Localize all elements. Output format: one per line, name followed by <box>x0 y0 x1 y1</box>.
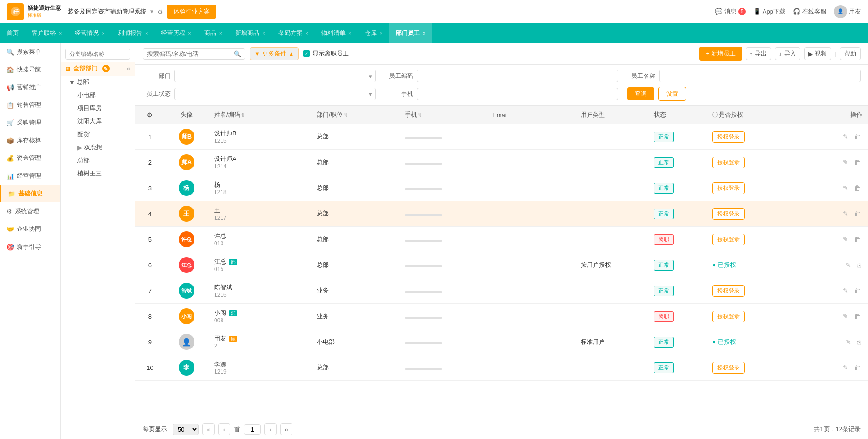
filter-phone-input[interactable] <box>417 88 618 100</box>
auth-btn[interactable]: 授权登录 <box>712 182 745 194</box>
reset-btn[interactable]: 设置 <box>658 87 686 101</box>
sidebar-item-finance[interactable]: 💰 资金管理 <box>0 149 60 167</box>
filter-status-select[interactable] <box>174 88 376 100</box>
delete-icon[interactable]: 🗑 <box>852 235 862 244</box>
next-page-btn[interactable]: › <box>264 423 277 435</box>
nav-tab-employee[interactable]: 部门员工 × <box>389 23 432 43</box>
nav-tab-new-goods[interactable]: 新增商品 × <box>229 23 271 43</box>
close-icon[interactable]: × <box>348 30 351 36</box>
arrow-down-icon[interactable]: ▾ <box>150 8 153 15</box>
sidebar-item-marketing[interactable]: 📢 营销推广 <box>0 78 60 96</box>
dept-node-head2[interactable]: 总部 <box>64 154 135 167</box>
edit-icon[interactable]: ✎ <box>102 65 110 72</box>
sidebar-item-mgmt[interactable]: 📊 经营管理 <box>0 167 60 185</box>
dept-node-plant[interactable]: 植树王三 <box>64 167 135 180</box>
delete-icon[interactable]: 🗑 <box>852 132 862 141</box>
auth-btn[interactable]: 授权登录 <box>712 208 745 220</box>
settings-icon[interactable]: ⚙ <box>157 8 163 15</box>
delete-icon[interactable]: 🗑 <box>852 363 862 372</box>
close-icon[interactable]: × <box>102 30 104 36</box>
user-area[interactable]: 👤 用友 <box>834 5 861 18</box>
edit-icon[interactable]: ✎ <box>841 132 850 141</box>
sidebar-item-guide[interactable]: 🎯 新手引导 <box>0 238 60 256</box>
sidebar-item-collab[interactable]: 🤝 企业协同 <box>0 220 60 238</box>
nav-tab-profit[interactable]: 利润报告 × <box>111 23 154 43</box>
dept-node-delivery[interactable]: 配货 <box>64 128 135 141</box>
edit-icon[interactable]: ✎ <box>841 363 850 372</box>
sidebar-item-inventory[interactable]: 📦 库存核算 <box>0 132 60 149</box>
prev-page-btn[interactable]: ‹ <box>218 423 230 435</box>
nav-tab-bom[interactable]: 物料清单 × <box>315 23 358 43</box>
dept-node-double[interactable]: ▶ 双鹿想 <box>64 141 135 154</box>
edit-icon[interactable]: ✎ <box>841 158 850 167</box>
close-icon[interactable]: × <box>188 30 191 36</box>
message-btn[interactable]: 💬 消息 5 <box>715 7 746 16</box>
edit-icon[interactable]: ✎ <box>841 209 850 218</box>
query-btn[interactable]: 查询 <box>627 87 654 100</box>
dept-search-input[interactable] <box>65 49 130 60</box>
edit-icon[interactable]: ✎ <box>841 235 850 244</box>
search-input[interactable] <box>147 50 231 57</box>
sort-icon-dept[interactable]: ⇅ <box>344 113 347 118</box>
page-number-input[interactable] <box>244 424 261 435</box>
edit-icon[interactable]: ✎ <box>844 337 853 347</box>
edit-icon[interactable]: ✎ <box>841 312 850 321</box>
sidebar-item-system[interactable]: ⚙ 系统管理 <box>0 202 60 220</box>
last-page-btn[interactable]: » <box>280 423 292 435</box>
delete-icon[interactable]: 🗑 <box>852 158 862 167</box>
nav-tab-journey[interactable]: 经营历程 × <box>154 23 197 43</box>
dept-all-btn[interactable]: ⊞ 全部部门 ✎ « <box>61 62 135 76</box>
auth-btn[interactable]: 授权登录 <box>712 131 745 143</box>
sidebar-item-purchase[interactable]: 🛒 采购管理 <box>0 114 60 132</box>
auth-btn[interactable]: 授权登录 <box>712 362 745 374</box>
nav-tab-goods[interactable]: 商品 × <box>198 23 229 43</box>
trial-button[interactable]: 体验行业方案 <box>167 5 216 19</box>
close-icon[interactable]: × <box>219 30 222 36</box>
per-page-select[interactable]: 50 20 100 <box>173 424 199 435</box>
close-icon[interactable]: × <box>306 30 308 36</box>
close-icon[interactable]: × <box>262 30 265 36</box>
filter-dept-select[interactable] <box>174 70 376 82</box>
nav-tab-barcode[interactable]: 条码方案 × <box>272 23 315 43</box>
edit-icon[interactable]: ✎ <box>844 260 853 270</box>
checkbox-active[interactable]: ✓ <box>303 50 310 57</box>
delete-icon[interactable]: 🗑 <box>852 209 862 218</box>
filter-code-input[interactable] <box>417 70 618 82</box>
auth-btn[interactable]: 授权登录 <box>712 157 745 168</box>
edit-icon[interactable]: ✎ <box>841 183 850 193</box>
filter-name-input[interactable] <box>659 70 861 82</box>
dept-node-shenyang[interactable]: 沈阳大库 <box>64 115 135 128</box>
more-filter-btn[interactable]: ▼ 更多条件 ▲ <box>250 47 299 60</box>
sidebar-item-basic[interactable]: 📁 基础信息 <box>0 185 60 202</box>
sidebar-item-nav[interactable]: 🏠 快捷导航 <box>0 61 60 78</box>
close-icon[interactable]: × <box>59 30 62 36</box>
add-employee-btn[interactable]: + 新增员工 <box>699 47 742 61</box>
delete-icon[interactable]: 🗑 <box>852 286 862 295</box>
dept-node-head[interactable]: ▼ 总部 <box>64 76 135 89</box>
delete-icon[interactable]: 🗑 <box>852 183 862 193</box>
copy-icon[interactable]: ⎘ <box>855 260 862 270</box>
auth-btn[interactable]: 授权登录 <box>712 285 745 297</box>
sidebar-item-sales[interactable]: 📋 销售管理 <box>0 96 60 114</box>
close-icon[interactable]: × <box>145 30 148 36</box>
import-btn[interactable]: ↓ 导入 <box>775 47 800 60</box>
delete-icon[interactable]: 🗑 <box>852 312 862 321</box>
sort-icon-name[interactable]: ⇅ <box>241 113 245 118</box>
auth-btn[interactable]: 授权登录 <box>712 234 745 245</box>
nav-tab-customer[interactable]: 客户联络 × <box>25 23 68 43</box>
sidebar-item-search[interactable]: 🔍 搜索菜单 <box>0 43 60 61</box>
close-icon-active[interactable]: × <box>423 30 425 36</box>
export-btn[interactable]: ↑ 导出 <box>746 47 771 60</box>
online-service-btn[interactable]: 🎧 在线客服 <box>793 7 826 16</box>
collapse-btn[interactable]: « <box>127 65 130 72</box>
nav-tab-warehouse[interactable]: 仓库 × <box>358 23 389 43</box>
edit-icon[interactable]: ✎ <box>841 286 850 295</box>
nav-tab-operations[interactable]: 经营情况 × <box>68 23 111 43</box>
close-icon[interactable]: × <box>380 30 382 36</box>
sort-icon-phone[interactable]: ⇅ <box>418 113 422 118</box>
search-submit-icon[interactable]: 🔍 <box>234 50 241 57</box>
nav-tab-home[interactable]: 首页 <box>0 23 25 43</box>
help-btn[interactable]: 帮助 <box>840 47 861 60</box>
first-page-btn[interactable]: « <box>202 423 215 435</box>
show-inactive-cb[interactable]: ✓ 显示离职员工 <box>303 49 349 58</box>
